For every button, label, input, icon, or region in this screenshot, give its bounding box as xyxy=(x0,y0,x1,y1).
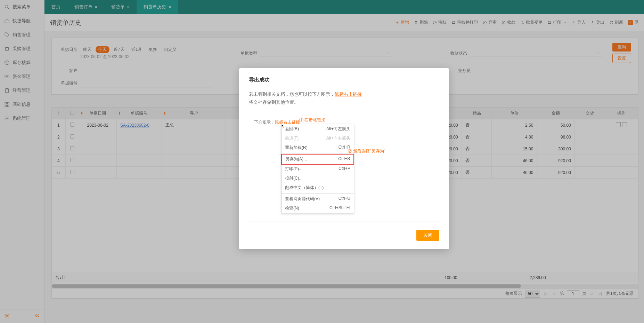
modal-text: 若未看到相关文档，您也可以按下方图示，鼠标右击链接 将文档存储到其他位置。 xyxy=(249,90,439,107)
ctx-label: 另存为(A)... xyxy=(285,156,307,162)
export-success-modal: 导出成功 若未看到相关文档，您也可以按下方图示，鼠标右击链接 将文档存储到其他位… xyxy=(239,68,449,249)
ctx-shortcut: Alt+向左箭头 xyxy=(326,126,350,132)
ctx-label: 投射(C)... xyxy=(285,175,303,181)
hint-1: ① 右击此链接 xyxy=(299,117,325,123)
close-button[interactable]: 关闭 xyxy=(416,230,439,241)
modal-title: 导出成功 xyxy=(249,77,439,83)
ctx-label: 重新加载(R) xyxy=(285,145,308,151)
ctx-label: 检查(N) xyxy=(285,205,299,211)
ctx-label: 打印(P)... xyxy=(285,166,302,172)
ctx-shortcut: Alt+向右箭头 xyxy=(326,135,350,141)
ctx-shortcut: Ctrl+P xyxy=(339,166,350,172)
modal-text-prefix: 若未看到相关文档，您也可以按下方图示， xyxy=(249,92,335,97)
ctx-label: 查看网页源代码(V) xyxy=(285,196,320,202)
context-menu-item: 翻成中文（简体）(T) xyxy=(282,183,354,192)
modal-link-1[interactable]: 鼠标右击链接 xyxy=(335,92,362,97)
context-menu-item: 返回(B)Alt+向左箭头 xyxy=(282,124,354,134)
ctx-label: 返回(B) xyxy=(285,126,299,132)
context-menu-item: 查看网页源代码(V)Ctrl+U xyxy=(282,194,354,204)
diagram-prefix: 下方图示， xyxy=(254,120,275,125)
context-menu-separator xyxy=(282,193,354,194)
context-menu: 返回(B)Alt+向左箭头前进(F)Alt+向右箭头重新加载(R)Ctrl+R另… xyxy=(281,124,354,213)
context-menu-item: 另存为(A)...Ctrl+S xyxy=(281,154,354,165)
context-menu-item: 检查(N)Ctrl+Shift+I xyxy=(282,204,354,213)
modal-diagram: 下方图示，鼠标右击链接 ↖ ① 右击此链接 ② 然后选择"另存为" 返回(B)A… xyxy=(249,113,439,221)
context-menu-item: 重新加载(R)Ctrl+R xyxy=(282,143,354,152)
hint-2: ② 然后选择"另存为" xyxy=(348,148,385,154)
context-menu-item: 打印(P)...Ctrl+P xyxy=(282,164,354,174)
cursor-icon: ↖ xyxy=(281,124,285,129)
ctx-shortcut: Ctrl+U xyxy=(339,196,350,202)
context-menu-item: 前进(F)Alt+向右箭头 xyxy=(282,134,354,143)
ctx-shortcut: Ctrl+S xyxy=(338,156,350,162)
context-menu-separator xyxy=(282,153,354,153)
ctx-label: 前进(F) xyxy=(285,135,299,141)
context-menu-item: 投射(C)... xyxy=(282,174,354,183)
ctx-shortcut: Ctrl+Shift+I xyxy=(329,205,350,211)
modal-text-suffix: 将文档存储到其他位置。 xyxy=(249,100,299,105)
ctx-label: 翻成中文（简体）(T) xyxy=(285,185,324,191)
